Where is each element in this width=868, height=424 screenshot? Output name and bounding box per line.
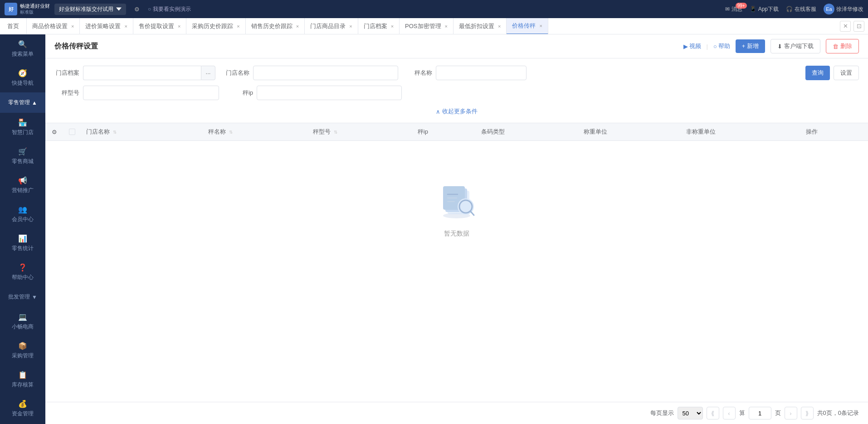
close-icon[interactable]: × [124, 24, 127, 29]
empty-state: 暂无数据 [45, 141, 868, 274]
data-table: ⚙ 门店名称 ⇅ 秤名称 ⇅ 秤型号 ⇅ 秤ip 条码类型 称重单位 非称重单位 [45, 123, 868, 274]
sidebar-item-ecommerce[interactable]: 💻 小畅电商 [0, 307, 45, 336]
scale-ip-input[interactable] [257, 86, 402, 100]
close-icon[interactable]: × [349, 24, 352, 29]
page-number-input[interactable] [749, 407, 771, 419]
th-scale-ip: 秤ip [412, 123, 476, 141]
scale-model-input[interactable] [83, 86, 219, 100]
page-header: 价格传秤设置 ▶ 视频 | ○ 帮助 + 新增 ⬇ 客户端下载 [45, 34, 868, 58]
app-download-button[interactable]: 📱 App下载 [750, 5, 779, 13]
settings-button[interactable]: 设置 [834, 66, 859, 80]
sidebar-item-retail-mgmt[interactable]: 零售管理 ▲ [0, 92, 45, 113]
tab-purchase-strategy[interactable]: 进价策略设置 × [80, 18, 133, 34]
tab-min-discount[interactable]: 最低折扣设置 × [454, 18, 507, 34]
close-icon[interactable]: × [445, 24, 448, 29]
pagination-bar: 每页显示 50 10 20 100 ⟪ ‹ 算 页 › ⟫ 共0页，0条记录 [45, 402, 868, 424]
tab-price-scale[interactable]: 价格传秤 × [507, 18, 548, 34]
th-store-name[interactable]: 门店名称 ⇅ [81, 123, 203, 141]
select-all-checkbox[interactable] [69, 129, 75, 135]
sidebar-item-inventory[interactable]: 📋 库存核算 [0, 365, 45, 394]
tab-store-catalog[interactable]: 门店商品目录 × [305, 18, 358, 34]
collapse-filter-button[interactable]: ∧ 收起更多条件 [54, 106, 859, 119]
sidebar-item-purchase-mgmt[interactable]: 📦 采购管理 [0, 336, 45, 365]
scale-name-input[interactable] [436, 66, 527, 80]
content-area: 价格传秤设置 ▶ 视频 | ○ 帮助 + 新增 ⬇ 客户端下载 [45, 34, 868, 424]
search-button[interactable]: 查询 [805, 66, 830, 80]
scale-name-label: 秤名称 [407, 69, 432, 77]
store-profile-input[interactable] [83, 66, 201, 80]
th-actions: 操作 [800, 123, 868, 141]
th-weight-unit: 称重单位 [578, 123, 681, 141]
chevron-up-icon: ∧ [436, 108, 440, 115]
tab-sales-history[interactable]: 销售历史价跟踪 × [246, 18, 305, 34]
close-icon[interactable]: × [539, 23, 542, 29]
store-icon: 🏪 [18, 118, 27, 127]
close-icon[interactable]: × [237, 24, 239, 29]
table-container: ⚙ 门店名称 ⇅ 秤名称 ⇅ 秤型号 ⇅ 秤ip 条码类型 称重单位 非称重单位 [45, 123, 868, 402]
first-page-button[interactable]: ⟪ [707, 407, 719, 419]
store-profile-search-button[interactable]: ··· [201, 66, 215, 80]
sidebar-item-help-center[interactable]: ❓ 帮助中心 [0, 258, 45, 287]
tab-store-profile[interactable]: 门店档案 × [358, 18, 400, 34]
close-icon[interactable]: × [296, 24, 299, 29]
sidebar-search[interactable]: 🔍 搜索菜单 [0, 34, 45, 63]
user-info[interactable]: Ea 徐泽华修改 [824, 4, 863, 14]
expand-tabs-button[interactable]: ⊡ [853, 21, 864, 32]
version-dropdown[interactable]: 好业财标准版交付试用 [54, 4, 126, 15]
th-scale-name[interactable]: 秤名称 ⇅ [203, 123, 307, 141]
filter-row-1: 门店档案 ··· 门店名称 秤名称 查询 设置 [54, 66, 859, 80]
page-size-select[interactable]: 50 10 20 100 [678, 407, 703, 419]
compass-icon: 🧭 [18, 69, 27, 77]
message-button[interactable]: ✉ 消息 99+ [725, 5, 742, 13]
topbar-settings-button[interactable]: ⚙ [131, 3, 143, 15]
sidebar-item-retail-mall[interactable]: 🛒 零售商城 [0, 142, 45, 171]
nav-tabs-bar: 首页 商品价格设置 × 进价策略设置 × 售价提取设置 × 采购历史价跟踪 × … [0, 18, 868, 34]
close-tab-button[interactable]: ✕ [840, 21, 851, 32]
marketing-icon: 📢 [18, 176, 27, 185]
last-page-button[interactable]: ⟫ [801, 407, 814, 419]
page-title: 价格传秤设置 [54, 42, 98, 51]
sidebar-quick-nav[interactable]: 🧭 快捷导航 [0, 63, 45, 92]
add-button[interactable]: + 新增 [736, 39, 765, 53]
sidebar: 🔍 搜索菜单 🧭 快捷导航 零售管理 ▲ 🏪 智慧门店 🛒 零售商城 📢 营销推… [0, 34, 45, 424]
sidebar-item-wholesale-mgmt[interactable]: 批发管理 ▼ [0, 287, 45, 307]
sidebar-item-member-center[interactable]: 👥 会员中心 [0, 200, 45, 229]
demo-link[interactable]: ○ 我要看实例演示 [148, 5, 191, 13]
next-page-button[interactable]: › [785, 407, 797, 419]
sidebar-item-marketing[interactable]: 📢 营销推广 [0, 171, 45, 200]
store-name-input[interactable] [253, 66, 398, 80]
th-settings[interactable]: ⚙ [45, 123, 63, 141]
tab-purchase-history[interactable]: 采购历史价跟踪 × [186, 18, 245, 34]
video-icon: ▶ [683, 43, 688, 50]
filter-scale-model: 秤型号 [54, 86, 219, 100]
sort-icon: ⇅ [113, 130, 117, 135]
sidebar-item-fund-mgmt[interactable]: 💰 资金管理 [0, 394, 45, 423]
sidebar-item-smart-store[interactable]: 🏪 智慧门店 [0, 113, 45, 142]
tab-pos-security[interactable]: POS加密管理 × [400, 18, 454, 34]
close-icon[interactable]: × [178, 24, 180, 29]
page-suffix-label: 页 [775, 409, 781, 417]
video-link[interactable]: ▶ 视频 [683, 42, 701, 50]
filter-row-2: 秤型号 秤ip [54, 86, 859, 100]
close-icon[interactable]: × [391, 24, 394, 29]
scale-ip-label: 秤ip [228, 89, 253, 97]
prev-page-button[interactable]: ‹ [723, 407, 736, 419]
delete-button[interactable]: 🗑 删除 [826, 39, 859, 53]
sidebar-item-retail-stats[interactable]: 📊 零售统计 [0, 229, 45, 258]
filter-store-name: 门店名称 [224, 66, 398, 80]
per-page-label: 每页显示 [650, 409, 674, 417]
app-name: 畅捷通好业财 标准版 [20, 3, 50, 14]
help-link[interactable]: ○ 帮助 [713, 42, 730, 50]
close-icon[interactable]: × [498, 24, 501, 29]
th-checkbox[interactable] [63, 123, 81, 141]
th-scale-model[interactable]: 秤型号 ⇅ [307, 123, 412, 141]
mall-icon: 🛒 [18, 147, 27, 156]
download-client-button[interactable]: ⬇ 客户端下载 [770, 39, 820, 53]
tab-sale-extract[interactable]: 售价提取设置 × [133, 18, 186, 34]
tab-home[interactable]: 首页 [0, 18, 27, 34]
purchase-icon: 📦 [18, 342, 27, 350]
close-icon[interactable]: × [71, 24, 74, 29]
avatar: Ea [824, 4, 834, 14]
online-service-button[interactable]: 🎧 在线客服 [786, 5, 816, 13]
tab-product-price[interactable]: 商品价格设置 × [27, 18, 80, 34]
